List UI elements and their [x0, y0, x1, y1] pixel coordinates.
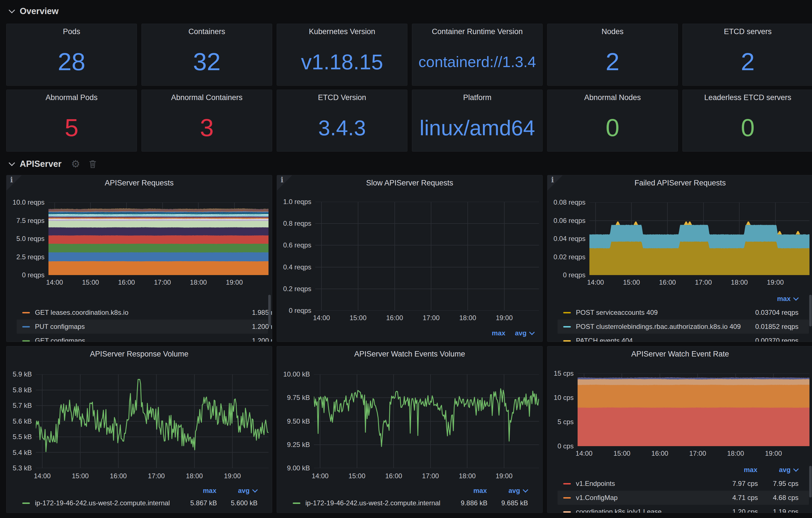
y-tick-label: 0 reqps	[277, 306, 311, 315]
legend-scrollbar[interactable]	[809, 295, 812, 326]
plot-canvas[interactable]	[589, 202, 809, 275]
legend-scrollbar[interactable]	[268, 295, 271, 326]
y-tick-label: 5.9 kB	[6, 370, 32, 378]
legend-scrollbar[interactable]	[809, 466, 812, 497]
legend-label[interactable]: PUT configmaps	[35, 323, 85, 330]
info-icon: i	[551, 176, 554, 183]
legend-row: GET leases.coordination.k8s.io1.985 reqp…	[17, 306, 268, 320]
legend-label[interactable]: POST clusterrolebindings.rbac.authorizat…	[576, 323, 741, 330]
y-tick-label: 0.4 reqps	[277, 263, 311, 271]
legend-label[interactable]: POST serviceaccounts 409	[576, 309, 658, 316]
panel-title[interactable]: Slow APIServer Requests	[288, 179, 531, 188]
legend-header-max[interactable]: max	[744, 466, 757, 474]
panel-title[interactable]: Platform	[424, 93, 531, 102]
y-tick-label: 10.00 kB	[277, 370, 310, 378]
panel-title[interactable]: APIServer Requests	[18, 179, 261, 188]
legend-header-avg[interactable]: avg	[509, 487, 527, 495]
legend-header-avg[interactable]: avg	[238, 487, 257, 495]
plot-canvas[interactable]	[36, 374, 268, 468]
series-dash-icon	[563, 511, 571, 513]
legend-label[interactable]: GET configmaps	[35, 337, 85, 342]
stat-panel-abnormal-containers: Abnormal Containers3	[141, 90, 272, 152]
gear-icon[interactable]	[71, 159, 80, 169]
info-icon: i	[281, 176, 284, 183]
series-dash-icon	[563, 497, 571, 498]
sort-label: avg	[238, 487, 250, 495]
panel-title[interactable]: Kubernetes Version	[288, 27, 396, 36]
section-header-apiserver[interactable]: APIServer	[8, 159, 97, 169]
stat-value: 2	[551, 42, 674, 82]
legend-sort-controls: maxavg	[492, 329, 534, 337]
y-tick-label: 0.2 reqps	[277, 285, 311, 293]
panel-title[interactable]: Container Runtime Version	[424, 27, 531, 36]
legend-label[interactable]: coordination.k8s.io/v1.Lease	[576, 508, 662, 513]
panel-title[interactable]: Failed APIServer Requests	[559, 179, 802, 188]
stat-value: 5	[10, 108, 133, 147]
y-tick-label: 15 cps	[547, 369, 574, 378]
x-tick-label: 17:00	[143, 279, 182, 286]
legend-row: PUT configmaps1.200 reqps	[17, 320, 268, 334]
legend-value: 7.95 cps	[773, 480, 799, 488]
chevron-down-icon	[523, 487, 528, 493]
sort-label: avg	[779, 466, 790, 474]
panel-title[interactable]: Nodes	[559, 27, 666, 36]
sort-avg-button[interactable]: avg	[515, 329, 534, 337]
legend-header-max[interactable]: max	[473, 487, 487, 495]
legend-value: 5.600 kB	[231, 499, 258, 507]
sort-label: max	[203, 487, 216, 495]
panel-title[interactable]: ETCD servers	[694, 27, 802, 36]
plot-canvas[interactable]	[49, 202, 268, 275]
stat-panel-kubernetes-version: Kubernetes Versionv1.18.15	[277, 24, 407, 86]
legend-label[interactable]: v1.Endpoints	[576, 480, 615, 488]
panel-title[interactable]: APIServer Watch Events Volume	[288, 350, 531, 358]
plot-canvas[interactable]	[578, 373, 809, 446]
panel-title[interactable]: Leaderless ETCD servers	[694, 93, 802, 102]
sort-label: avg	[515, 329, 527, 337]
x-tick-label: 16:00	[648, 279, 687, 286]
plot-canvas[interactable]	[315, 202, 539, 311]
stat-value: linux/amd64	[415, 108, 539, 147]
legend-header-max[interactable]: max	[203, 487, 216, 495]
legend-label[interactable]: ip-172-19-46-242.us-west-2.compute.inter…	[35, 499, 170, 507]
x-tick-label: 17:00	[411, 314, 451, 322]
x-tick-label: 19:00	[215, 279, 254, 286]
y-tick-label: 0 cps	[547, 442, 574, 450]
legend-value: 1.19 cps	[773, 508, 799, 513]
panel-title[interactable]: Containers	[153, 27, 261, 36]
sort-label: avg	[509, 487, 520, 495]
legend-label[interactable]: v1.ConfigMap	[576, 494, 617, 502]
panel-title[interactable]: Abnormal Nodes	[559, 93, 666, 102]
x-tick-label: 18:00	[179, 279, 218, 286]
panel-title[interactable]: Abnormal Containers	[153, 93, 261, 102]
y-tick-label: 0 reqps	[6, 271, 45, 279]
panel-title[interactable]: Pods	[18, 27, 125, 36]
section-title-overview: Overview	[20, 6, 59, 16]
plot-canvas[interactable]	[314, 374, 539, 468]
legend-header-avg[interactable]: avg	[779, 466, 798, 474]
legend-header-max[interactable]: max	[777, 295, 798, 303]
x-tick-label: 16:00	[640, 450, 679, 457]
y-tick-label: 9.75 kB	[277, 394, 310, 402]
panel-title[interactable]: ETCD Version	[288, 93, 396, 102]
sort-max-button[interactable]: max	[492, 329, 505, 337]
x-tick-label: 16:00	[374, 472, 413, 480]
panel-title[interactable]: APIServer Watch Event Rate	[559, 350, 802, 358]
section-header-overview[interactable]: Overview	[8, 6, 59, 16]
trash-icon[interactable]	[89, 160, 97, 169]
legend-label[interactable]: GET leases.coordination.k8s.io	[35, 309, 128, 316]
panel-title[interactable]: Abnormal Pods	[18, 93, 125, 102]
legend-label[interactable]: ip-172-19-46-242.us-west-2.compute.inter…	[306, 499, 440, 507]
panel-title[interactable]: APIServer Response Volume	[18, 350, 261, 358]
chart-panel-failed-apiserver-requests: iFailed APIServer Requests0 reqps0.02 re…	[547, 175, 812, 342]
y-tick-label: 9.50 kB	[277, 417, 310, 426]
series-dash-icon	[293, 502, 300, 504]
stat-panel-platform: Platformlinux/amd64	[412, 90, 543, 152]
x-tick-label: 16:00	[98, 472, 138, 480]
x-tick-label: 19:00	[754, 450, 793, 457]
legend-label[interactable]: PATCH events 404	[576, 337, 633, 342]
legend-row: coordination.k8s.io/v1.Lease1.20 cps1.19…	[558, 505, 809, 513]
chart-panel-slow-apiserver-requests: iSlow APIServer Requests0 reqps0.2 reqps…	[277, 175, 543, 342]
legend-value: 1.200 reqps	[252, 337, 272, 342]
x-tick-label: 15:00	[612, 279, 651, 286]
y-tick-label: 5.3 kB	[6, 464, 32, 472]
